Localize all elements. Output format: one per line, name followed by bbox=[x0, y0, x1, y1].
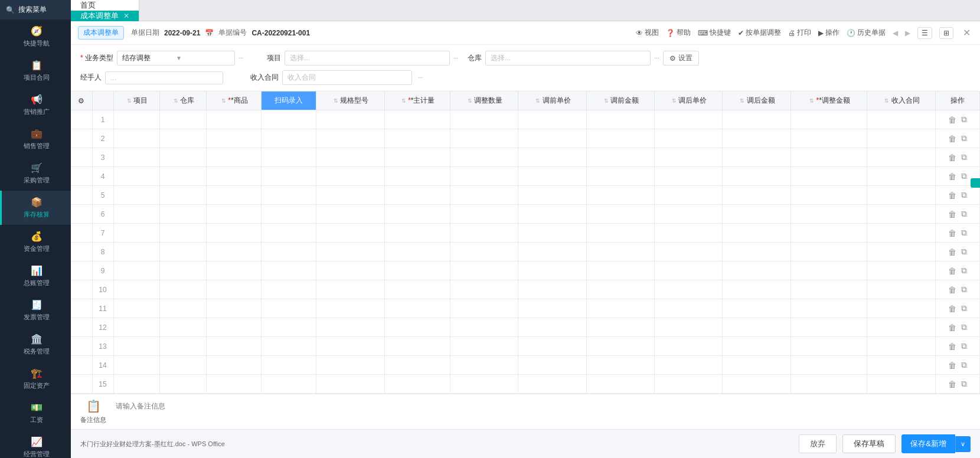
cell-income-contract-0[interactable] bbox=[867, 110, 935, 129]
cell-warehouse-8[interactable] bbox=[160, 261, 207, 280]
col-spec[interactable]: ⇅ 规格型号 bbox=[316, 91, 384, 110]
cell-scan-8[interactable] bbox=[261, 261, 316, 280]
cell-unit-0[interactable] bbox=[384, 110, 450, 129]
cell-before-price-13[interactable] bbox=[518, 356, 586, 375]
cell-before-amount-4[interactable] bbox=[586, 186, 654, 205]
cell-after-amount-2[interactable] bbox=[723, 148, 790, 167]
cell-adjust-qty-14[interactable] bbox=[450, 375, 518, 394]
cell-scan-0[interactable] bbox=[261, 110, 316, 129]
cell-after-amount-6[interactable] bbox=[723, 224, 790, 243]
delete-btn-5[interactable]: 🗑 bbox=[947, 208, 958, 220]
cell-warehouse-7[interactable] bbox=[160, 243, 207, 261]
cell-warehouse-5[interactable] bbox=[160, 205, 207, 224]
list-toggle-btn[interactable]: ⊞ bbox=[939, 27, 953, 39]
cell-before-price-7[interactable] bbox=[518, 243, 586, 261]
cell-income-contract-8[interactable] bbox=[867, 261, 935, 280]
sidebar-item-sales-promo[interactable]: 📢营销推广 bbox=[0, 88, 71, 122]
cell-scan-5[interactable] bbox=[261, 205, 316, 224]
cell-income-contract-10[interactable] bbox=[867, 299, 935, 318]
cell-warehouse-14[interactable] bbox=[160, 375, 207, 394]
copy-btn-12[interactable]: ⧉ bbox=[960, 340, 968, 352]
cell-before-amount-0[interactable] bbox=[586, 110, 654, 129]
cell-project-9[interactable] bbox=[113, 280, 160, 299]
shortcut-btn[interactable]: ⌨ 快捷键 bbox=[698, 28, 731, 38]
save-new-main[interactable]: 保存&新增 bbox=[901, 434, 955, 453]
cell-warehouse-9[interactable] bbox=[160, 280, 207, 299]
copy-btn-2[interactable]: ⧉ bbox=[960, 151, 968, 163]
cell-project-10[interactable] bbox=[113, 299, 160, 318]
cell-project-2[interactable] bbox=[113, 148, 160, 167]
cell-adjust-qty-7[interactable] bbox=[450, 243, 518, 261]
cell-adjust-qty-8[interactable] bbox=[450, 261, 518, 280]
col-scan[interactable]: 扫码录入 bbox=[261, 91, 316, 110]
cell-goods-12[interactable] bbox=[206, 337, 261, 356]
handler-select[interactable]: ... bbox=[105, 71, 223, 84]
cell-before-amount-12[interactable] bbox=[586, 337, 654, 356]
cell-adjust-amount-4[interactable] bbox=[790, 186, 867, 205]
cell-scan-13[interactable] bbox=[261, 356, 316, 375]
tab-close-cost-adjust[interactable]: ✕ bbox=[123, 12, 129, 20]
copy-btn-13[interactable]: ⧉ bbox=[960, 359, 968, 371]
cell-after-price-14[interactable] bbox=[654, 375, 722, 394]
copy-btn-6[interactable]: ⧉ bbox=[960, 227, 968, 239]
delete-btn-3[interactable]: 🗑 bbox=[947, 171, 958, 182]
cell-adjust-qty-11[interactable] bbox=[450, 318, 518, 337]
cell-income-contract-6[interactable] bbox=[867, 224, 935, 243]
cell-adjust-qty-3[interactable] bbox=[450, 167, 518, 186]
cell-adjust-amount-3[interactable] bbox=[790, 167, 867, 186]
cell-unit-7[interactable] bbox=[384, 243, 450, 261]
cell-after-price-3[interactable] bbox=[654, 167, 722, 186]
delete-btn-10[interactable]: 🗑 bbox=[947, 303, 958, 315]
cell-adjust-qty-4[interactable] bbox=[450, 186, 518, 205]
cell-spec-5[interactable] bbox=[316, 205, 384, 224]
cell-unit-1[interactable] bbox=[384, 129, 450, 148]
cell-warehouse-1[interactable] bbox=[160, 129, 207, 148]
copy-btn-7[interactable]: ⧉ bbox=[960, 246, 968, 258]
cell-scan-2[interactable] bbox=[261, 148, 316, 167]
sidebar-item-fund-mgmt[interactable]: 💰资金管理 bbox=[0, 225, 71, 259]
cell-spec-3[interactable] bbox=[316, 167, 384, 186]
cell-adjust-amount-9[interactable] bbox=[790, 280, 867, 299]
cell-project-3[interactable] bbox=[113, 167, 160, 186]
cell-project-13[interactable] bbox=[113, 356, 160, 375]
cell-income-contract-2[interactable] bbox=[867, 148, 935, 167]
cell-spec-8[interactable] bbox=[316, 261, 384, 280]
copy-btn-0[interactable]: ⧉ bbox=[960, 113, 968, 126]
cell-adjust-amount-13[interactable] bbox=[790, 356, 867, 375]
cell-unit-9[interactable] bbox=[384, 280, 450, 299]
cell-warehouse-10[interactable] bbox=[160, 299, 207, 318]
cell-warehouse-0[interactable] bbox=[160, 110, 207, 129]
cell-project-0[interactable] bbox=[113, 110, 160, 129]
cell-project-12[interactable] bbox=[113, 337, 160, 356]
cell-scan-9[interactable] bbox=[261, 280, 316, 299]
cell-before-price-12[interactable] bbox=[518, 337, 586, 356]
discard-button[interactable]: 放弃 bbox=[799, 434, 837, 453]
cell-adjust-amount-8[interactable] bbox=[790, 261, 867, 280]
copy-btn-4[interactable]: ⧉ bbox=[960, 189, 968, 201]
cell-income-contract-3[interactable] bbox=[867, 167, 935, 186]
cell-project-4[interactable] bbox=[113, 186, 160, 205]
cell-after-price-5[interactable] bbox=[654, 205, 722, 224]
col-before-amount[interactable]: ⇅ 调前金额 bbox=[586, 91, 654, 110]
cell-before-price-3[interactable] bbox=[518, 167, 586, 186]
col-after-amount[interactable]: ⇅ 调后金额 bbox=[723, 91, 790, 110]
cell-after-amount-4[interactable] bbox=[723, 186, 790, 205]
cell-project-8[interactable] bbox=[113, 261, 160, 280]
tab-home[interactable]: 首页 bbox=[71, 0, 139, 11]
approve-btn[interactable]: ✔ 按单据调整 bbox=[738, 28, 781, 38]
cell-before-amount-1[interactable] bbox=[586, 129, 654, 148]
delete-btn-2[interactable]: 🗑 bbox=[947, 152, 958, 163]
cell-after-amount-8[interactable] bbox=[723, 261, 790, 280]
cell-adjust-amount-12[interactable] bbox=[790, 337, 867, 356]
cell-adjust-qty-6[interactable] bbox=[450, 224, 518, 243]
col-warehouse[interactable]: ⇅ 仓库 bbox=[160, 91, 207, 110]
cell-adjust-amount-14[interactable] bbox=[790, 375, 867, 394]
col-gear[interactable]: ⚙ bbox=[71, 91, 92, 110]
cell-unit-10[interactable] bbox=[384, 299, 450, 318]
cell-warehouse-13[interactable] bbox=[160, 356, 207, 375]
cell-before-price-4[interactable] bbox=[518, 186, 586, 205]
cell-income-contract-14[interactable] bbox=[867, 375, 935, 394]
cell-adjust-qty-9[interactable] bbox=[450, 280, 518, 299]
side-indicator[interactable]: 展 bbox=[971, 178, 980, 188]
notes-input[interactable] bbox=[113, 399, 971, 420]
